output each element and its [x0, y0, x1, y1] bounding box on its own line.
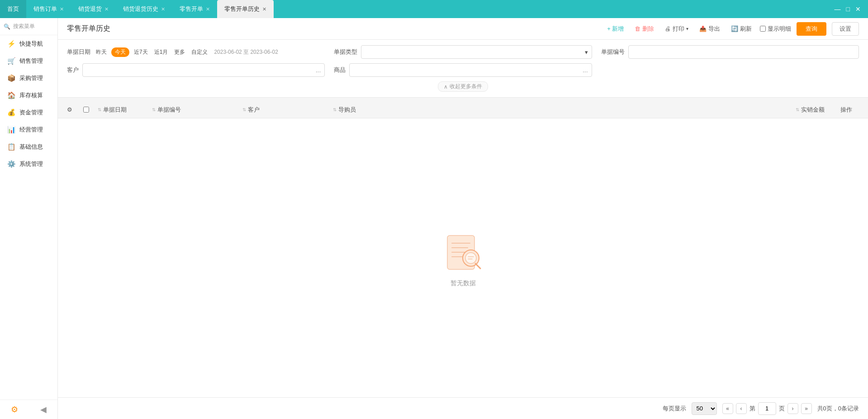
page-number-input[interactable]	[758, 402, 776, 415]
doc-no-input[interactable]	[628, 45, 859, 59]
th-order-no[interactable]: ⇅ 单据编号	[148, 106, 239, 114]
table-header: ⚙ ⇅ 单据日期 ⇅ 单据编号 ⇅ 客户 ⇅	[58, 101, 868, 118]
collapse-row: ∧ 收起更多条件	[67, 81, 859, 92]
date-btn-yesterday[interactable]: 昨天	[94, 47, 109, 57]
inventory-icon: 🏠	[7, 91, 16, 99]
date-btn-last7[interactable]: 近7天	[132, 47, 150, 57]
product-filter: 商品 ...	[334, 63, 592, 77]
sidebar-item-label: 快捷导航	[19, 40, 43, 48]
query-button[interactable]: 查询	[797, 22, 826, 36]
export-icon: 📤	[699, 25, 707, 32]
add-button[interactable]: + 新增	[604, 23, 626, 35]
refresh-icon: 🔄	[731, 25, 738, 32]
th-guide[interactable]: ⇅ 导购员	[329, 106, 384, 114]
select-all-checkbox[interactable]	[83, 107, 89, 113]
sidebar-search-label: 搜索菜单	[13, 23, 35, 30]
sidebar-item-basic-info[interactable]: 📋 基础信息	[0, 138, 57, 155]
refresh-button[interactable]: 🔄 刷新	[728, 23, 754, 35]
purchase-mgmt-icon: 📦	[7, 74, 16, 82]
top-bar: 首页 销售订单 ✕ 销货退货 ✕ 销货退货历史 ✕ 零售开单 ✕ 零售开单历史 …	[0, 0, 868, 18]
sidebar-search-inner[interactable]: 🔍 搜索菜单	[4, 23, 54, 30]
th-customer-sort-icon: ⇅	[242, 107, 246, 112]
print-icon: 🖨	[665, 25, 671, 32]
date-quick-buttons: 昨天 今天 近7天 近1月 更多 自定义 2023-06-02 至 2023-0…	[94, 47, 278, 57]
setting-button[interactable]: 设置	[832, 22, 859, 36]
tab-sales-return[interactable]: 销货退货 ✕	[71, 0, 116, 18]
th-amount-sort-icon: ⇅	[796, 107, 799, 112]
filter-row-2: 客户 ... 商品 ...	[67, 63, 859, 77]
tab-sales-return-history[interactable]: 销货退货历史 ✕	[116, 0, 172, 18]
sidebar-settings-icon[interactable]: ⚙	[11, 405, 18, 414]
sys-mgmt-icon: ⚙️	[7, 160, 16, 168]
print-dropdown-icon[interactable]: ▾	[686, 26, 688, 31]
window-minimize[interactable]: —	[835, 5, 841, 13]
table-container: ⚙ ⇅ 单据日期 ⇅ 单据编号 ⇅ 客户 ⇅	[58, 101, 868, 397]
doc-type-select[interactable]: ▾	[361, 45, 592, 59]
content-area: 零售开单历史 + 新增 🗑 删除 🖨 打印 ▾ 📤 导出 🔄 刷新	[58, 18, 868, 419]
last-page-button[interactable]: »	[801, 403, 812, 414]
sidebar-item-purchase-mgmt[interactable]: 📦 采购管理	[0, 70, 57, 87]
product-ellipsis-icon[interactable]: ...	[583, 66, 588, 74]
table-settings-icon[interactable]: ⚙	[67, 106, 72, 113]
date-btn-today[interactable]: 今天	[111, 47, 129, 57]
show-detail-checkbox-label: 显示明细	[760, 25, 791, 33]
collapse-up-icon: ∧	[444, 84, 448, 90]
operations-icon: 📊	[7, 126, 16, 134]
tab-sales-return-close[interactable]: ✕	[104, 6, 109, 12]
tab-sales-order[interactable]: 销售订单 ✕	[26, 0, 71, 18]
svg-line-7	[475, 264, 480, 268]
print-button[interactable]: 🖨 打印 ▾	[662, 23, 691, 35]
th-checkbox[interactable]	[78, 107, 94, 113]
sidebar-item-operations[interactable]: 📊 经营管理	[0, 121, 57, 138]
tab-sales-return-history-close[interactable]: ✕	[161, 6, 165, 12]
customer-label: 客户	[67, 66, 79, 74]
th-customer[interactable]: ⇅ 客户	[239, 106, 329, 114]
tab-sales-order-close[interactable]: ✕	[60, 6, 64, 12]
tab-retail-history-close[interactable]: ✕	[262, 6, 266, 12]
date-filter-label: 单据日期	[67, 48, 90, 56]
product-label: 商品	[334, 66, 346, 74]
pagination-bar: 每页显示 10 20 50 100 « ‹ 第 页 › » 共0页，0条记录	[58, 397, 868, 419]
sidebar-item-quick-nav[interactable]: ⚡ 快捷导航	[0, 35, 57, 52]
customer-filter: 客户 ...	[67, 63, 325, 77]
sidebar-item-label: 经营管理	[19, 126, 43, 134]
basic-info-icon: 📋	[7, 143, 16, 151]
sales-mgmt-icon: 🛒	[7, 57, 16, 65]
window-close[interactable]: ✕	[855, 5, 861, 13]
window-controls: — □ ✕	[835, 5, 868, 13]
tab-retail-open-close[interactable]: ✕	[206, 6, 210, 12]
total-info: 共0页，0条记录	[817, 405, 859, 413]
sidebar-search-area[interactable]: 🔍 搜索菜单	[0, 18, 57, 35]
sidebar-item-sales-mgmt[interactable]: 🛒 销售管理	[0, 52, 57, 70]
date-btn-last-month[interactable]: 近1月	[152, 47, 170, 57]
page-label-prefix: 第	[749, 405, 755, 413]
sidebar-item-inventory[interactable]: 🏠 库存核算	[0, 87, 57, 104]
product-select[interactable]: ...	[349, 63, 592, 77]
first-page-button[interactable]: «	[722, 403, 733, 414]
page-size-select[interactable]: 10 20 50 100	[692, 402, 717, 415]
empty-state: 暂无数据	[58, 118, 868, 397]
show-detail-checkbox[interactable]	[760, 26, 766, 32]
customer-select[interactable]: ...	[82, 63, 325, 77]
tab-retail-history[interactable]: 零售开单历史 ✕	[217, 0, 274, 18]
sidebar-collapse-icon[interactable]: ◀	[40, 405, 47, 414]
customer-ellipsis-icon[interactable]: ...	[316, 66, 321, 74]
sidebar-item-sys-mgmt[interactable]: ⚙️ 系统管理	[0, 155, 57, 173]
delete-button[interactable]: 🗑 删除	[632, 23, 657, 35]
tab-retail-open[interactable]: 零售开单 ✕	[172, 0, 217, 18]
prev-page-button[interactable]: ‹	[736, 403, 747, 414]
export-button[interactable]: 📤 导出	[697, 23, 723, 35]
next-page-button[interactable]: ›	[787, 403, 798, 414]
page-title: 零售开单历史	[67, 24, 110, 33]
tab-home[interactable]: 首页	[0, 0, 26, 18]
date-btn-custom[interactable]: 自定义	[190, 47, 209, 57]
window-maximize[interactable]: □	[846, 5, 850, 13]
th-date[interactable]: ⇅ 单据日期	[94, 106, 148, 114]
date-filter: 单据日期 昨天 今天 近7天 近1月 更多 自定义 2023-06-02 至 2…	[67, 47, 325, 57]
date-btn-more[interactable]: 更多	[172, 47, 187, 57]
collapse-button[interactable]: ∧ 收起更多条件	[438, 81, 488, 92]
th-settings[interactable]: ⚙	[62, 106, 78, 113]
search-icon: 🔍	[4, 24, 10, 30]
th-amount[interactable]: ⇅ 实销金额	[774, 106, 828, 114]
sidebar-item-finance[interactable]: 💰 资金管理	[0, 104, 57, 121]
